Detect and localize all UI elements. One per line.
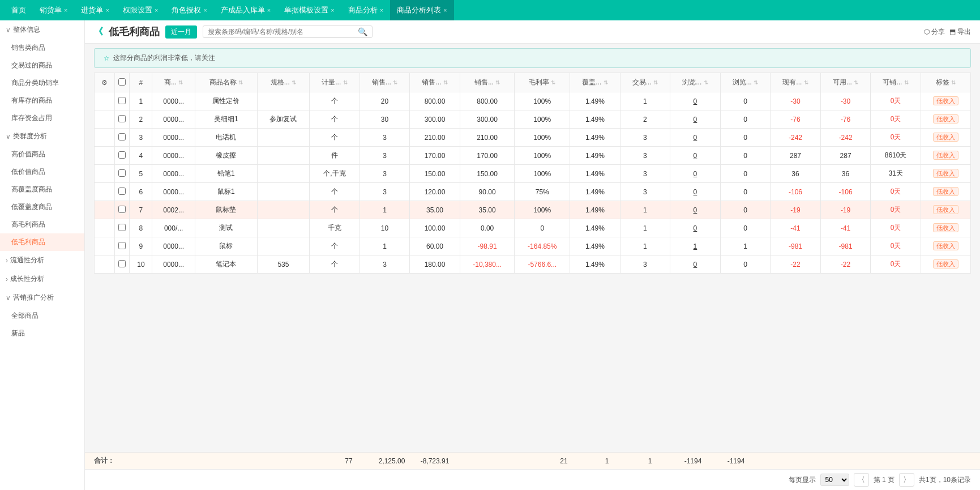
- sidebar-group-cluster[interactable]: ∨ 类群度分析: [0, 127, 84, 146]
- nav-item-permissions[interactable]: 权限设置 ×: [116, 0, 165, 20]
- export-button[interactable]: ⬒ 导出: [949, 27, 971, 37]
- row-checkbox[interactable]: [118, 169, 126, 177]
- row-checkbox[interactable]: [118, 206, 126, 213]
- close-icon[interactable]: ×: [155, 7, 158, 14]
- cell-coverage: 1.49%: [570, 255, 620, 274]
- close-icon[interactable]: ×: [105, 7, 109, 14]
- cell-checkbox[interactable]: [115, 92, 130, 110]
- cell-view1[interactable]: 0: [670, 129, 721, 147]
- nav-item-product-entry[interactable]: 产成品入库单 ×: [214, 0, 277, 20]
- nav-item-purchase[interactable]: 进货单 ×: [74, 0, 115, 20]
- cell-view1[interactable]: 0: [670, 92, 721, 110]
- th-spec[interactable]: 规格... ⇅: [257, 73, 310, 92]
- sidebar-item-low-margin[interactable]: 低毛利商品: [0, 233, 84, 251]
- nav-item-product-analysis[interactable]: 商品分析 ×: [341, 0, 390, 20]
- th-sales-qty[interactable]: 销售... ⇅: [360, 73, 410, 92]
- cell-checkbox[interactable]: [115, 147, 130, 165]
- th-coverage[interactable]: 覆盖... ⇅: [570, 73, 620, 92]
- row-checkbox[interactable]: [118, 151, 126, 159]
- cell-view1[interactable]: 0: [670, 219, 721, 237]
- nav-item-home[interactable]: 首页: [5, 0, 33, 20]
- sidebar-item-traded-products[interactable]: 交易过的商品: [0, 57, 84, 74]
- share-button[interactable]: ⬡ 分享: [924, 27, 945, 37]
- close-icon[interactable]: ×: [203, 7, 207, 14]
- cell-checkbox[interactable]: [115, 201, 130, 219]
- cell-sales-qty: 3: [360, 255, 410, 274]
- cell-view1[interactable]: 0: [670, 255, 721, 274]
- th-trade-count[interactable]: 交易... ⇅: [620, 73, 670, 92]
- collapse-sidebar-button[interactable]: 《: [94, 26, 103, 38]
- th-view1[interactable]: 浏览... ⇅: [670, 73, 721, 92]
- sidebar-item-new-products[interactable]: 新品: [0, 325, 84, 342]
- sidebar-group-circulation[interactable]: › 流通性分析: [0, 251, 84, 270]
- cell-checkbox[interactable]: [115, 237, 130, 255]
- cell-checkbox[interactable]: [115, 110, 130, 129]
- row-checkbox[interactable]: [118, 242, 126, 249]
- sidebar-item-high-coverage[interactable]: 高覆盖度商品: [0, 181, 84, 198]
- row-checkbox[interactable]: [118, 115, 126, 122]
- prev-page-button[interactable]: 〈: [854, 473, 869, 487]
- close-icon[interactable]: ×: [443, 7, 447, 14]
- sidebar-item-low-coverage[interactable]: 低覆盖度商品: [0, 198, 84, 216]
- cell-checkbox[interactable]: [115, 219, 130, 237]
- close-icon[interactable]: ×: [267, 7, 271, 14]
- close-icon[interactable]: ×: [331, 7, 334, 14]
- nav-item-product-analysis-list[interactable]: 商品分析列表 ×: [390, 0, 453, 20]
- row-checkbox[interactable]: [118, 97, 126, 104]
- close-icon[interactable]: ×: [380, 7, 383, 14]
- cell-view1[interactable]: 0: [670, 201, 721, 219]
- th-sellable-days[interactable]: 可销... ⇅: [871, 73, 921, 92]
- sidebar-item-high-value[interactable]: 高价值商品: [0, 146, 84, 163]
- per-page-select[interactable]: 50 20 100: [820, 474, 849, 486]
- th-view2[interactable]: 浏览... ⇅: [720, 73, 771, 92]
- nav-item-roles[interactable]: 角色授权 ×: [165, 0, 213, 20]
- th-gross-margin[interactable]: 毛利率 ⇅: [515, 73, 570, 92]
- sidebar-item-sales-products[interactable]: 销售类商品: [0, 39, 84, 57]
- cell-checkbox[interactable]: [115, 255, 130, 274]
- cell-checkbox[interactable]: [115, 129, 130, 147]
- nav-item-template[interactable]: 单据模板设置 ×: [277, 0, 341, 20]
- cell-view1[interactable]: 0: [670, 165, 721, 183]
- cell-view2: 0: [720, 201, 771, 219]
- sidebar-item-stocked-products[interactable]: 有库存的商品: [0, 92, 84, 109]
- th-sales-amount[interactable]: 销售... ⇅: [410, 73, 460, 92]
- sidebar-group-marketing[interactable]: ∨ 营销推广分析: [0, 288, 84, 307]
- cell-view1[interactable]: 1: [670, 237, 721, 255]
- cell-view1[interactable]: 0: [670, 183, 721, 201]
- sidebar-item-all-products[interactable]: 全部商品: [0, 307, 84, 325]
- row-checkbox[interactable]: [118, 260, 126, 267]
- close-icon[interactable]: ×: [64, 7, 67, 14]
- th-name[interactable]: 商品名称 ⇅: [195, 73, 257, 92]
- select-all-checkbox[interactable]: [118, 78, 126, 86]
- cell-checkbox[interactable]: [115, 183, 130, 201]
- th-code[interactable]: 商... ⇅: [152, 73, 195, 92]
- nav-item-sales[interactable]: 销货单 ×: [33, 0, 74, 20]
- row-checkbox[interactable]: [118, 188, 126, 195]
- page-total: 共1页，10条记录: [919, 475, 971, 485]
- cell-view1[interactable]: 0: [670, 147, 721, 165]
- sidebar-group-growth[interactable]: › 成长性分析: [0, 270, 84, 288]
- th-unit[interactable]: 计量... ⇅: [310, 73, 360, 92]
- th-settings[interactable]: ⚙: [95, 73, 115, 92]
- sidebar-item-low-value[interactable]: 低价值商品: [0, 163, 84, 181]
- cell-gross-margin: 100%: [515, 147, 570, 165]
- cell-view1[interactable]: 0: [670, 110, 721, 129]
- cell-current-stock: -981: [771, 237, 821, 255]
- sidebar-item-stock-capital[interactable]: 库存资金占用: [0, 109, 84, 127]
- th-sales-profit[interactable]: 销售... ⇅: [460, 73, 515, 92]
- sidebar-group-overall[interactable]: ∨ 整体信息: [0, 20, 84, 39]
- th-current-stock[interactable]: 现有... ⇅: [771, 73, 821, 92]
- sidebar-item-high-margin[interactable]: 高毛利商品: [0, 216, 84, 233]
- footer-available: -1194: [719, 457, 753, 465]
- th-available[interactable]: 可用... ⇅: [820, 73, 871, 92]
- next-page-button[interactable]: 〉: [899, 473, 914, 487]
- cell-sales-profit: 0.00: [460, 219, 515, 237]
- cell-checkbox[interactable]: [115, 165, 130, 183]
- sidebar-item-category-rate[interactable]: 商品分类助销率: [0, 74, 84, 92]
- th-tag[interactable]: 标签 ⇅: [921, 73, 970, 92]
- th-checkbox[interactable]: [115, 73, 130, 92]
- period-button[interactable]: 近一月: [165, 25, 197, 39]
- search-input[interactable]: [208, 28, 358, 36]
- row-checkbox[interactable]: [118, 133, 126, 140]
- row-checkbox[interactable]: [118, 224, 126, 231]
